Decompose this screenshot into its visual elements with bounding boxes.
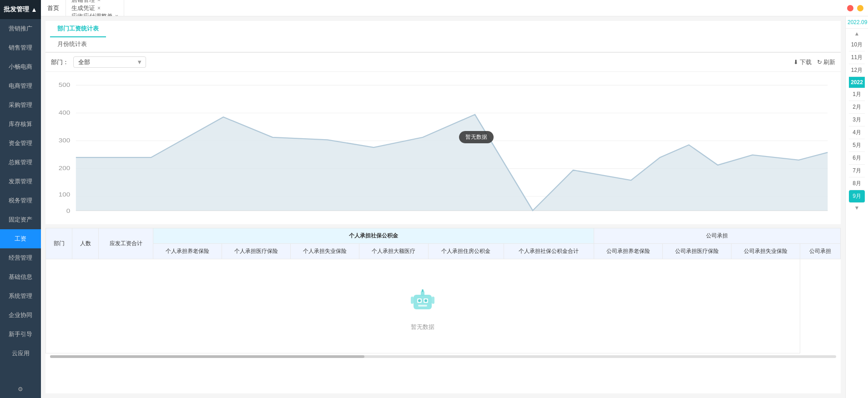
empty-state-container: 暂无数据 — [50, 263, 795, 349]
tab-store-mgmt[interactable]: 店铺管理× — [66, 0, 124, 4]
sidebar-item-cloud[interactable]: 云应用 — [0, 344, 41, 363]
svg-rect-18 — [422, 289, 424, 292]
svg-text:100: 100 — [59, 191, 70, 198]
scrollbar-thumb — [50, 355, 364, 358]
refresh-icon: ↻ — [817, 59, 822, 65]
inner-tab-monthly[interactable]: 月份统计表 — [50, 36, 106, 53]
sidebar-item-tax[interactable]: 税务管理 — [0, 191, 41, 210]
sidebar-item-ledger[interactable]: 总账管理 — [0, 153, 41, 172]
date-current-display[interactable]: 2022.09 — [846, 16, 868, 29]
tab-close-produce-cert[interactable]: × — [97, 5, 101, 11]
col-total-salary: 应发工资合计 — [99, 228, 153, 259]
col-个人承担大额医疗: 个人承担大额医疗 — [359, 244, 428, 259]
sidebar-item-operations[interactable]: 经营管理 — [0, 248, 41, 267]
window-close-button[interactable] — [847, 5, 853, 11]
inner-tab-dept[interactable]: 部门工资统计表 — [50, 21, 106, 37]
svg-rect-16 — [418, 305, 427, 307]
toolbar-right: ⬇ 下载 ↻ 刷新 — [793, 58, 835, 66]
date-sidebar: 2022.09 ▲ 10月11月12月20221月2月3月4月5月6月7月8月9… — [845, 16, 868, 398]
download-label: 下载 — [800, 58, 812, 66]
date-item-3月[interactable]: 3月 — [849, 114, 865, 126]
tab-close-ar-adj[interactable]: × — [115, 13, 118, 17]
sidebar-item-inventory[interactable]: 库存核算 — [0, 115, 41, 134]
dept-select-wrapper: 全部 销售部 财务部 人事部 采购部 ▼ — [73, 56, 146, 68]
page-area: 部门工资统计表月份统计表 部门： 全部 销售部 财务部 人事部 采购部 ▼ — [41, 16, 845, 398]
sidebar-item-guide[interactable]: 新手引导 — [0, 325, 41, 344]
download-button[interactable]: ⬇ 下载 — [793, 58, 812, 66]
main-area: 首页 门店商品目录×销售单×店铺管理×生成凭证×应收应付调整单×工资表×工资统计… — [41, 0, 868, 398]
chart-container: 500 400 300 200 100 0 — [45, 72, 841, 224]
date-item-7月[interactable]: 7月 — [849, 165, 865, 177]
sidebar-header[interactable]: 批发管理 ▲ — [0, 0, 41, 19]
refresh-button[interactable]: ↻ 刷新 — [817, 58, 835, 66]
date-scroll-up-button[interactable]: ▲ — [846, 29, 868, 39]
col-公司承担: 公司承担 — [800, 244, 840, 259]
sidebar-item-basic[interactable]: 基础信息 — [0, 267, 41, 287]
date-item-8月[interactable]: 8月 — [849, 177, 865, 190]
dept-label: 部门： — [51, 58, 69, 66]
sidebar-item-assets[interactable]: 固定资产 — [0, 210, 41, 229]
col-个人承担社保公积金合计: 个人承担社保公积金合计 — [504, 244, 594, 259]
tab-close-store-mgmt[interactable]: × — [97, 0, 101, 3]
sidebar-item-purchase[interactable]: 采购管理 — [0, 96, 41, 115]
sidebar-item-ecommerce-small[interactable]: 小畅电商 — [0, 57, 41, 76]
window-minimize-button[interactable] — [857, 5, 863, 11]
payroll-table: 部门 人数 应发工资合计 个人承担社保公积金 公司承担 个人承担养老保险个人承担… — [45, 228, 841, 353]
svg-text:500: 500 — [59, 81, 70, 88]
sidebar-title: 批发管理 — [4, 5, 29, 14]
download-icon: ⬇ — [793, 59, 798, 65]
date-item-5月[interactable]: 5月 — [849, 139, 865, 152]
svg-text:300: 300 — [59, 137, 70, 144]
tab-home[interactable]: 首页 — [41, 0, 66, 16]
sidebar-item-finance[interactable]: 资金管理 — [0, 134, 41, 153]
horizontal-scrollbar[interactable] — [50, 355, 836, 358]
table-area[interactable]: 部门 人数 应发工资合计 个人承担社保公积金 公司承担 个人承担养老保险个人承担… — [45, 228, 841, 393]
content-area: 部门工资统计表月份统计表 部门： 全部 销售部 财务部 人事部 采购部 ▼ — [41, 16, 868, 398]
date-item-2月[interactable]: 2月 — [849, 101, 865, 114]
sidebar-item-payroll[interactable]: 工资 — [0, 229, 41, 248]
date-item-4月[interactable]: 4月 — [849, 126, 865, 139]
date-item-1月[interactable]: 1月 — [849, 88, 865, 101]
inner-tabs: 部门工资统计表月份统计表 — [45, 21, 841, 53]
sidebar: 批发管理 ▲ 营销推广销售管理小畅电商电商管理采购管理库存核算资金管理总账管理发… — [0, 0, 41, 398]
col-公司承担失业保险: 公司承担失业保险 — [731, 244, 800, 259]
table-empty-state: 暂无数据 — [46, 259, 800, 353]
dept-select[interactable]: 全部 销售部 财务部 人事部 采购部 — [73, 56, 146, 68]
col-个人承担医疗保险: 个人承担医疗保险 — [222, 244, 291, 259]
svg-rect-20 — [432, 297, 434, 304]
sidebar-item-sales[interactable]: 销售管理 — [0, 38, 41, 57]
tab-produce-cert[interactable]: 生成凭证× — [66, 4, 124, 12]
sidebar-item-ecommerce[interactable]: 电商管理 — [0, 76, 41, 96]
svg-point-22 — [424, 299, 427, 302]
empty-icon — [404, 281, 441, 317]
svg-text:0: 0 — [66, 207, 71, 214]
col-dept: 部门 — [46, 228, 72, 259]
payroll-chart: 500 400 300 200 100 0 — [53, 79, 833, 216]
date-item-6月[interactable]: 6月 — [849, 152, 865, 165]
col-个人承担养老保险: 个人承担养老保险 — [153, 244, 222, 259]
svg-point-21 — [418, 299, 421, 302]
sidebar-item-system[interactable]: 系统管理 — [0, 287, 41, 306]
date-item-2022[interactable]: 2022 — [849, 77, 865, 88]
date-item-11月[interactable]: 11月 — [849, 51, 865, 64]
tab-bar: 首页 门店商品目录×销售单×店铺管理×生成凭证×应收应付调整单×工资表×工资统计… — [41, 0, 868, 16]
window-controls — [843, 5, 868, 11]
svg-text:200: 200 — [59, 165, 70, 171]
toolbar: 部门： 全部 销售部 财务部 人事部 采购部 ▼ ⬇ — [45, 53, 841, 72]
sidebar-footer-settings[interactable]: ⚙ — [0, 380, 41, 398]
sidebar-item-invoice[interactable]: 发票管理 — [0, 172, 41, 191]
date-scroll-down-button[interactable]: ▼ — [846, 203, 868, 213]
sidebar-toggle-icon[interactable]: ▲ — [31, 6, 37, 13]
tab-ar-adj[interactable]: 应收应付调整单× — [66, 12, 124, 17]
svg-text:400: 400 — [59, 109, 70, 116]
col-个人承担住房公积金: 个人承担住房公积金 — [428, 244, 504, 259]
date-item-10月[interactable]: 10月 — [849, 39, 865, 51]
col-公司承担养老保险: 公司承担养老保险 — [594, 244, 662, 259]
col-个人承担失业保险: 个人承担失业保险 — [291, 244, 359, 259]
sidebar-item-marketing[interactable]: 营销推广 — [0, 19, 41, 38]
date-item-9月[interactable]: 9月 — [849, 190, 865, 203]
toolbar-left: 部门： 全部 销售部 财务部 人事部 采购部 ▼ — [51, 56, 146, 68]
sidebar-item-enterprise[interactable]: 企业协同 — [0, 306, 41, 325]
date-item-12月[interactable]: 12月 — [849, 64, 865, 77]
col-group-personal: 个人承担社保公积金 — [153, 228, 594, 244]
